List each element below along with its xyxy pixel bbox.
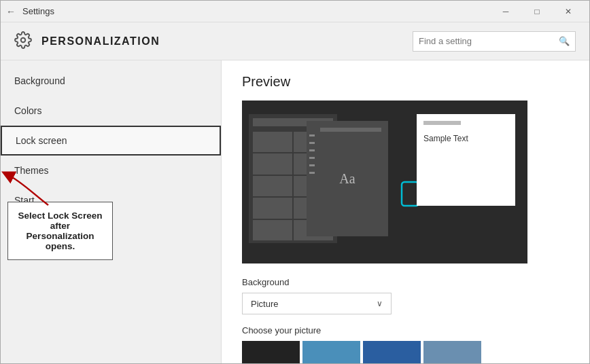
grid-cell	[253, 153, 292, 174]
preview-lines	[309, 134, 315, 174]
choose-label: Choose your picture	[242, 325, 569, 335]
picture-thumb-1[interactable]	[242, 341, 300, 364]
preview-aa-text: Aa	[339, 171, 355, 187]
pictures-row	[242, 341, 569, 364]
background-label: Background	[242, 277, 569, 287]
preview-note-panel: Sample Text	[417, 114, 515, 206]
grid-cell	[253, 132, 292, 152]
chevron-down-icon: ∨	[377, 299, 383, 308]
preview-line	[309, 164, 315, 166]
search-input[interactable]	[419, 36, 559, 46]
page-heading: PERSONALIZATION	[41, 35, 160, 48]
app-header: PERSONALIZATION 🔍	[1, 22, 589, 60]
preview-inner: Aa	[242, 101, 527, 263]
main-layout: Background Colors Lock screen Themes Sta…	[1, 60, 589, 364]
search-icon: 🔍	[559, 36, 570, 46]
dropdown-value: Picture	[251, 299, 278, 309]
preview-line	[309, 157, 315, 159]
preview-container: Aa	[242, 101, 527, 263]
section-title: Preview	[242, 74, 569, 90]
preview-line	[309, 149, 315, 151]
sidebar-item-lock-screen[interactable]: Lock screen	[1, 126, 221, 156]
grid-cell	[253, 220, 292, 240]
sidebar-item-background[interactable]: Background	[1, 66, 221, 96]
preview-center-panel: Aa	[307, 121, 388, 236]
back-button[interactable]: ←	[6, 6, 16, 17]
preview-sample-text: Sample Text	[423, 134, 468, 143]
close-button[interactable]: ✕	[553, 1, 584, 22]
callout-box: Select Lock Screen after Personalization…	[7, 202, 113, 260]
grid-cell	[253, 176, 292, 196]
sidebar-item-colors[interactable]: Colors	[1, 96, 221, 126]
background-dropdown[interactable]: Picture ∨	[242, 293, 392, 314]
sidebar: Background Colors Lock screen Themes Sta…	[1, 60, 222, 364]
picture-thumb-3[interactable]	[363, 341, 421, 364]
grid-cell	[253, 198, 292, 218]
picture-thumb-4[interactable]	[423, 341, 481, 364]
preview-note-bar	[423, 121, 461, 125]
sidebar-item-themes[interactable]: Themes	[1, 156, 221, 185]
choose-picture-section: Choose your picture	[242, 325, 569, 364]
header-left: PERSONALIZATION	[14, 31, 160, 52]
preview-line	[309, 134, 315, 136]
gear-icon	[14, 31, 32, 52]
background-section: Background Picture ∨	[242, 277, 569, 314]
preview-line	[309, 172, 315, 174]
window-controls: ─ □ ✕	[490, 1, 584, 22]
preview-top-bar	[320, 128, 381, 132]
preview-line	[309, 142, 315, 144]
titlebar: ← Settings ─ □ ✕	[1, 1, 589, 22]
search-box[interactable]: 🔍	[413, 31, 576, 52]
picture-thumb-2[interactable]	[302, 341, 360, 364]
window-title: Settings	[22, 6, 54, 16]
maximize-button[interactable]: □	[521, 1, 553, 22]
titlebar-left: ← Settings	[6, 6, 54, 17]
svg-point-0	[21, 37, 26, 42]
minimize-button[interactable]: ─	[490, 1, 521, 22]
content-area: Preview	[222, 60, 589, 364]
